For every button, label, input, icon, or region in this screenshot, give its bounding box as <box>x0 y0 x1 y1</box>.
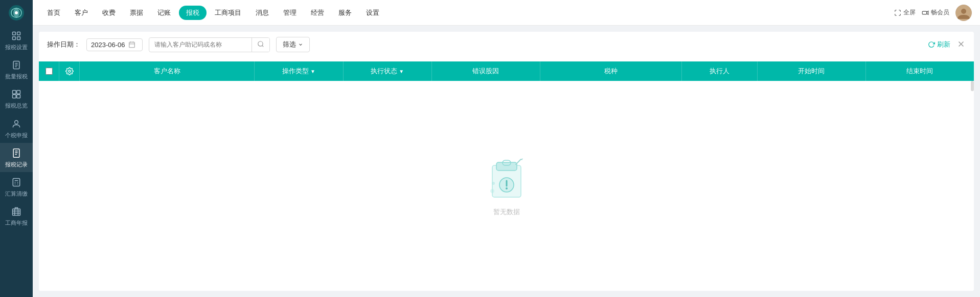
nav-items: 首页 客户 收费 票据 记账 报税 工商项目 消息 管理 经营 服务 设置 <box>41 5 894 20</box>
svg-rect-12 <box>13 95 16 98</box>
record-icon <box>10 147 22 159</box>
sidebar-item-gongshang-nianbao-label: 工商年报 <box>5 220 28 226</box>
select-all-checkbox[interactable] <box>45 68 53 75</box>
svg-point-14 <box>15 120 18 124</box>
sidebar-item-baoshui-zonglam[interactable]: 报税总览 <box>0 84 33 113</box>
th-tax: 税种 <box>540 61 682 81</box>
sidebar-item-baoshui-jilu-label: 报税记录 <box>5 161 28 168</box>
scroll-indicator[interactable] <box>971 81 974 91</box>
svg-rect-11 <box>17 91 20 94</box>
empty-state-icon <box>486 155 527 201</box>
filter-label: 筛选 <box>283 40 296 49</box>
svg-rect-5 <box>17 37 20 40</box>
nav-item-billing[interactable]: 收费 <box>96 5 122 20</box>
sidebar-item-huisuan-jiaona[interactable]: 汇算清缴 <box>0 172 33 201</box>
status-filter-icon: ▼ <box>399 69 404 74</box>
nav-item-invoice[interactable]: 票据 <box>124 5 149 20</box>
th-checkbox[interactable] <box>39 61 59 81</box>
close-icon <box>956 39 966 49</box>
calendar-icon <box>128 41 135 48</box>
svg-rect-3 <box>17 32 20 35</box>
search-input[interactable] <box>149 38 252 51</box>
nav-item-manage[interactable]: 管理 <box>277 5 303 20</box>
svg-marker-47 <box>521 158 523 160</box>
th-end-time-label: 结束时间 <box>906 67 933 76</box>
refresh-label: 刷新 <box>937 40 950 49</box>
sidebar-item-piliang-baoshui[interactable]: 批量报税 <box>0 55 33 84</box>
date-label: 操作日期： <box>47 40 80 49</box>
member-label: 畅会员 <box>931 8 949 17</box>
th-start-time-label: 开始时间 <box>798 67 825 76</box>
svg-rect-31 <box>129 42 134 48</box>
nav-item-service[interactable]: 服务 <box>332 5 358 20</box>
sidebar-item-baoshui-shezhi[interactable]: 报税设置 <box>0 26 33 55</box>
svg-rect-28 <box>922 11 927 14</box>
th-name-label: 客户名称 <box>154 67 180 76</box>
th-end-time: 结束时间 <box>866 61 974 81</box>
sidebar-item-gongshang-nianbao[interactable]: 工商年报 <box>0 201 33 230</box>
svg-rect-15 <box>13 148 19 157</box>
fullscreen-button[interactable]: 全屏 <box>894 8 916 17</box>
nav-item-ledger[interactable]: 记账 <box>151 5 177 20</box>
date-value: 2023-06-06 <box>91 41 125 49</box>
filter-button[interactable]: 筛选 <box>276 37 310 52</box>
sidebar: 报税设置 批量报税 报税总览 <box>0 0 33 297</box>
empty-illustration: 暂无数据 <box>486 155 527 217</box>
sidebar-item-baoshui-shezhi-label: 报税设置 <box>5 44 28 51</box>
topnav-right: 全屏 畅会员 <box>894 5 972 21</box>
close-button[interactable] <box>956 39 966 50</box>
fullscreen-icon <box>894 9 901 16</box>
svg-rect-41 <box>496 162 517 171</box>
overview-icon <box>10 88 22 100</box>
th-executor-label: 执行人 <box>710 67 730 76</box>
sidebar-item-huisuan-jiaona-label: 汇算清缴 <box>5 190 28 197</box>
nav-item-operation[interactable]: 经营 <box>305 5 330 20</box>
svg-line-36 <box>262 45 264 47</box>
svg-point-48 <box>492 182 495 185</box>
building-icon <box>10 205 22 218</box>
nav-item-message[interactable]: 消息 <box>249 5 275 20</box>
svg-rect-2 <box>13 32 16 35</box>
nav-item-home[interactable]: 首页 <box>41 5 66 20</box>
th-op-type[interactable]: 操作类型 ▼ <box>255 61 343 81</box>
member-button[interactable]: 畅会员 <box>922 8 949 17</box>
main-area: 首页 客户 收费 票据 记账 报税 工商项目 消息 管理 经营 服务 设置 全屏 <box>33 0 980 297</box>
nav-item-industry[interactable]: 工商项目 <box>209 5 247 20</box>
empty-text: 暂无数据 <box>493 207 520 217</box>
refresh-button[interactable]: 刷新 <box>928 40 950 49</box>
svg-rect-25 <box>13 209 20 216</box>
avatar-image <box>955 5 972 21</box>
svg-rect-13 <box>17 95 20 98</box>
settings-icon <box>10 30 22 42</box>
sidebar-item-baoshui-zonglam-label: 报税总览 <box>5 102 28 109</box>
sidebar-item-geshui-shenbao-label: 个税申报 <box>5 132 28 139</box>
svg-rect-10 <box>13 91 16 94</box>
th-status[interactable]: 执行状态 ▼ <box>344 61 432 81</box>
search-box <box>149 37 270 52</box>
sidebar-item-geshui-shenbao[interactable]: 个税申报 <box>0 114 33 143</box>
calc-icon <box>10 176 22 188</box>
search-icon <box>257 40 264 48</box>
svg-rect-19 <box>13 178 19 186</box>
user-avatar[interactable] <box>955 5 972 21</box>
op-type-filter-icon: ▼ <box>310 69 315 74</box>
logo-icon <box>8 5 25 21</box>
nav-item-customer[interactable]: 客户 <box>69 5 94 20</box>
column-settings-icon <box>65 67 74 75</box>
svg-point-49 <box>490 189 494 193</box>
sidebar-item-piliang-baoshui-label: 批量报税 <box>5 73 28 80</box>
nav-item-settings[interactable]: 设置 <box>360 5 385 20</box>
svg-point-35 <box>258 41 263 46</box>
chevron-down-icon <box>298 42 303 47</box>
th-status-label: 执行状态 <box>371 67 397 76</box>
th-name: 客户名称 <box>80 61 255 81</box>
svg-point-30 <box>961 9 966 14</box>
search-button[interactable] <box>252 38 269 52</box>
content-area: 操作日期： 2023-06-06 <box>33 26 980 297</box>
th-error: 错误股因 <box>432 61 540 81</box>
th-settings[interactable] <box>59 61 80 81</box>
date-picker[interactable]: 2023-06-06 <box>86 38 143 51</box>
sidebar-item-baoshui-jilu[interactable]: 报税记录 <box>0 143 33 172</box>
nav-item-tax[interactable]: 报税 <box>179 6 207 20</box>
person-icon <box>10 118 22 130</box>
